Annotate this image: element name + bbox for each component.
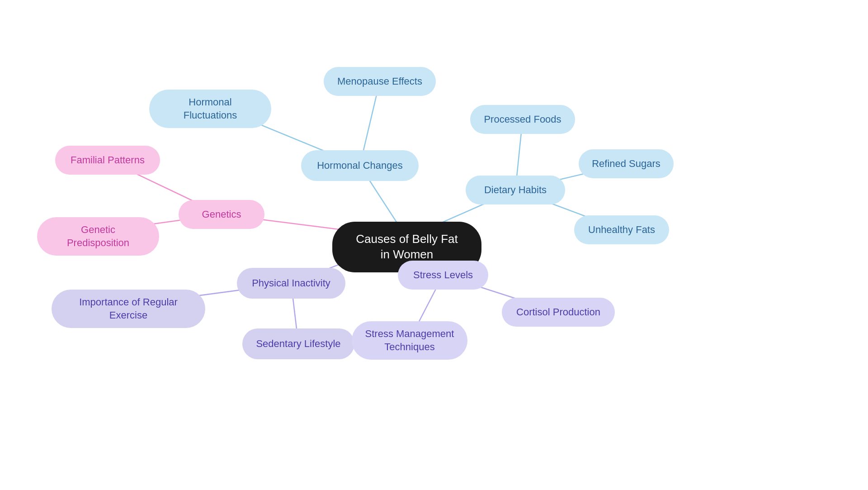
genetic-predisposition-node: Genetic Predisposition (37, 217, 159, 256)
physical-inactivity-node: Physical Inactivity (237, 268, 345, 299)
genetics-node: Genetics (179, 200, 264, 229)
importance-exercise-node: Importance of Regular Exercise (52, 290, 205, 328)
processed-foods-node: Processed Foods (470, 105, 575, 134)
dietary-habits-node: Dietary Habits (466, 176, 565, 205)
menopause-effects-node: Menopause Effects (324, 67, 436, 96)
unhealthy-fats-node: Unhealthy Fats (574, 215, 669, 244)
refined-sugars-node: Refined Sugars (579, 149, 674, 178)
sedentary-lifestyle-node: Sedentary Lifestyle (242, 328, 354, 359)
stress-levels-node: Stress Levels (398, 261, 488, 290)
familial-patterns-node: Familial Patterns (55, 146, 160, 175)
hormonal-changes-node: Hormonal Changes (301, 150, 419, 181)
stress-management-node: Stress ManagementTechniques (352, 321, 467, 360)
cortisol-production-node: Cortisol Production (502, 298, 615, 327)
hormonal-fluctuations-node: Hormonal Fluctuations (149, 90, 271, 128)
